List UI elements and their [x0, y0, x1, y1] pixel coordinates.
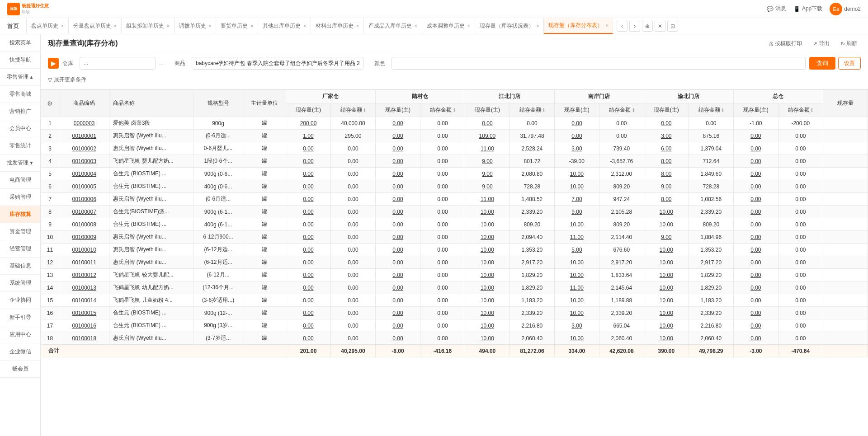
cell-wh4-qty[interactable]: 11.00: [554, 281, 599, 294]
sidebar-item-wechat[interactable]: 企业微信: [0, 343, 40, 361]
cell-wh5-qty[interactable]: 10.00: [644, 206, 689, 218]
cell-wh1-qty[interactable]: 0.00: [286, 206, 330, 218]
sidebar-item-shortcut[interactable]: 快捷导航: [0, 52, 40, 69]
cell-wh2-qty[interactable]: 0.00: [375, 180, 420, 193]
tab-item-4[interactable]: 调拨单历史 ×: [175, 18, 217, 34]
cell-wh5-qty[interactable]: 8.00: [644, 193, 689, 206]
cell-wh4-qty[interactable]: 10.00: [554, 294, 599, 307]
cell-wh2-qty[interactable]: 0.00: [375, 231, 420, 244]
cell-wh3-qty[interactable]: 11.00: [465, 142, 509, 155]
cell-wh3-qty[interactable]: 109.00: [465, 130, 509, 142]
tab-close-10[interactable]: ×: [537, 23, 539, 28]
cell-wh4-qty[interactable]: 10.00: [554, 269, 599, 281]
cell-wh4-qty[interactable]: 3.00: [554, 142, 599, 155]
cell-wh3-qty[interactable]: 10.00: [465, 231, 509, 244]
cell-wh1-qty[interactable]: 0.00: [286, 193, 330, 206]
cell-wh5-qty[interactable]: 9.00: [644, 180, 689, 193]
tab-close-all-btn[interactable]: ✕: [655, 21, 665, 32]
cell-total-qty[interactable]: 0.00: [733, 142, 778, 155]
cell-wh3-qty[interactable]: 10.00: [465, 319, 509, 332]
cell-wh3-qty[interactable]: 10.00: [465, 307, 509, 319]
export-button[interactable]: ↗ 导出: [809, 38, 833, 49]
cell-code[interactable]: 00100011: [59, 256, 109, 269]
cell-total-qty[interactable]: 0.00: [733, 180, 778, 193]
cell-code[interactable]: 00100014: [59, 294, 109, 307]
tab-close-4[interactable]: ×: [209, 23, 212, 28]
tab-close-1[interactable]: ×: [61, 23, 64, 28]
user-area[interactable]: Ea demo2: [830, 3, 861, 15]
cell-wh2-qty[interactable]: 0.00: [375, 142, 420, 155]
sidebar-item-marketing[interactable]: 营销推广: [0, 103, 40, 120]
cell-wh3-qty[interactable]: 10.00: [465, 256, 509, 269]
cell-wh5-qty[interactable]: 10.00: [644, 294, 689, 307]
sidebar-item-search[interactable]: 搜索英单: [0, 34, 40, 52]
tab-item-7[interactable]: 材料出库单历史 ×: [311, 18, 364, 34]
cell-wh1-qty[interactable]: 1.00: [286, 130, 330, 142]
cell-wh1-qty[interactable]: 0.00: [286, 231, 330, 244]
cell-wh4-qty[interactable]: 7.00: [554, 193, 599, 206]
sidebar-item-guide[interactable]: 新手引导: [0, 309, 40, 326]
cell-wh2-qty[interactable]: 0.00: [375, 168, 420, 180]
cell-total-qty[interactable]: 0.00: [733, 231, 778, 244]
sidebar-item-operations[interactable]: 经营管理: [0, 240, 40, 258]
cell-wh2-qty[interactable]: 0.00: [375, 319, 420, 332]
cell-wh3-qty[interactable]: 11.00: [465, 193, 509, 206]
cell-total-qty[interactable]: -1.00: [733, 117, 778, 130]
cell-code[interactable]: 00100003: [59, 155, 109, 168]
cell-wh5-qty[interactable]: 10.00: [644, 256, 689, 269]
cell-wh5-qty[interactable]: 10.00: [644, 281, 689, 294]
cell-code[interactable]: 0000003: [59, 117, 109, 130]
cell-wh5-qty[interactable]: 10.00: [644, 218, 689, 231]
cell-wh4-qty[interactable]: 3.00: [554, 319, 599, 332]
sidebar-item-ecommerce[interactable]: 电商管理: [0, 172, 40, 189]
cell-code[interactable]: 00100007: [59, 206, 109, 218]
cell-wh3-qty[interactable]: 10.00: [465, 294, 509, 307]
cell-wh3-qty[interactable]: 9.00: [465, 155, 509, 168]
cell-wh1-qty[interactable]: 0.00: [286, 269, 330, 281]
cell-wh3-qty[interactable]: 10.00: [465, 218, 509, 231]
cell-wh3-qty[interactable]: 9.00: [465, 180, 509, 193]
cell-total-qty[interactable]: 0.00: [733, 256, 778, 269]
tab-next-btn[interactable]: ›: [629, 21, 640, 32]
tab-item-10[interactable]: 现存量（库存状况表） ×: [475, 18, 544, 34]
cell-code[interactable]: 00100018: [59, 332, 109, 345]
cell-total-qty[interactable]: 0.00: [733, 307, 778, 319]
cell-code[interactable]: 00100002: [59, 142, 109, 155]
cell-wh1-qty[interactable]: 0.00: [286, 281, 330, 294]
cell-wh4-qty[interactable]: 10.00: [554, 307, 599, 319]
goods-input[interactable]: [192, 57, 363, 70]
cell-wh1-qty[interactable]: 0.00: [286, 256, 330, 269]
cell-wh1-qty[interactable]: 0.00: [286, 319, 330, 332]
cell-wh1-qty[interactable]: 200.00: [286, 117, 330, 130]
tab-close-7[interactable]: ×: [356, 23, 359, 28]
cell-wh4-qty[interactable]: 10.00: [554, 168, 599, 180]
cell-wh1-qty[interactable]: 0.00: [286, 218, 330, 231]
cell-wh2-qty[interactable]: 0.00: [375, 155, 420, 168]
cell-total-qty[interactable]: 0.00: [733, 294, 778, 307]
cell-code[interactable]: 00100013: [59, 281, 109, 294]
cell-total-qty[interactable]: 0.00: [733, 319, 778, 332]
sidebar-item-members[interactable]: 畅会员: [0, 361, 40, 378]
tab-close-2[interactable]: ×: [114, 23, 117, 28]
cell-total-qty[interactable]: 0.00: [733, 244, 778, 256]
cell-wh4-qty[interactable]: 5.00: [554, 244, 599, 256]
cell-total-qty[interactable]: 0.00: [733, 206, 778, 218]
cell-wh2-qty[interactable]: 0.00: [375, 332, 420, 345]
cell-wh4-qty[interactable]: -39.00: [554, 155, 599, 168]
cell-total-qty[interactable]: 0.00: [733, 168, 778, 180]
sidebar-item-retail-shop[interactable]: 零售商城: [0, 86, 40, 103]
cell-wh5-qty[interactable]: 10.00: [644, 269, 689, 281]
cell-wh2-qty[interactable]: 0.00: [375, 206, 420, 218]
cell-code[interactable]: 00100015: [59, 307, 109, 319]
tab-close-9[interactable]: ×: [467, 23, 470, 28]
tab-close-5[interactable]: ×: [250, 23, 253, 28]
tab-close-11[interactable]: ×: [605, 23, 608, 28]
tab-prev-btn[interactable]: ‹: [617, 21, 627, 32]
cell-wh5-qty[interactable]: 8.00: [644, 155, 689, 168]
settings-gear-icon[interactable]: ⚙: [47, 100, 53, 107]
sidebar-item-basic[interactable]: 基础信息: [0, 258, 40, 275]
cell-code[interactable]: 00100006: [59, 193, 109, 206]
tab-close-6[interactable]: ×: [303, 23, 306, 28]
cell-total-qty[interactable]: 0.00: [733, 269, 778, 281]
cell-wh5-qty[interactable]: 0.00: [644, 117, 689, 130]
